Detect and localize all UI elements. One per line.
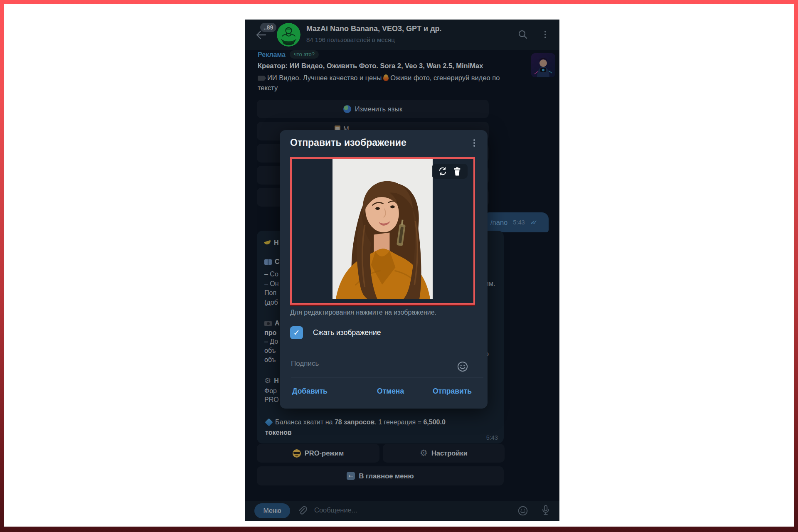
delete-image-icon[interactable]	[453, 167, 461, 176]
compress-checkbox[interactable]: ✓	[290, 326, 303, 339]
send-button[interactable]: Отправить	[433, 387, 472, 396]
telegram-window: ..89 MazAi Nano Banana, VEO3, GPT и др. …	[245, 20, 559, 521]
add-button[interactable]: Добавить	[292, 387, 328, 396]
replace-image-icon[interactable]	[438, 167, 447, 176]
caption-input[interactable]: Подпись	[291, 360, 319, 368]
check-icon: ✓	[293, 328, 300, 337]
edit-hint: Для редактирования нажмите на изображени…	[290, 309, 436, 316]
attached-photo[interactable]	[332, 159, 433, 299]
dialog-menu-icon[interactable]	[473, 139, 475, 141]
annotation-frame: ..89 MazAi Nano Banana, VEO3, GPT и др. …	[0, 0, 798, 532]
send-image-dialog: Отправить изображение	[280, 130, 488, 409]
preview-actions	[432, 164, 468, 179]
caption-emoji-icon[interactable]	[457, 361, 468, 372]
caption-underline	[291, 377, 483, 377]
compress-label[interactable]: Сжать изображение	[313, 328, 381, 337]
dialog-title: Отправить изображение	[290, 137, 406, 148]
cancel-button[interactable]: Отмена	[377, 387, 404, 396]
page-background: ..89 MazAi Nano Banana, VEO3, GPT и др. …	[4, 4, 794, 527]
image-preview-highlighted[interactable]	[290, 157, 475, 305]
